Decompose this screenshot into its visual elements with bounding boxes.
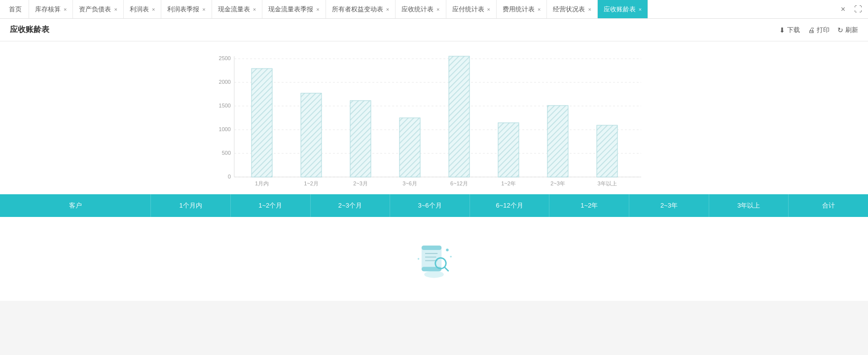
tab-operation[interactable]: 经营状况表 × — [547, 0, 597, 19]
empty-icon — [412, 237, 456, 281]
empty-state — [0, 217, 868, 301]
bar-label-2-3年: 2~3年 — [550, 180, 565, 186]
main-content: 2500 2000 1500 1000 500 0 — [0, 41, 868, 301]
y-label-2500a: 2500 — [219, 55, 231, 61]
tab-expense-label: 费用统计表 — [503, 5, 535, 14]
header-actions: ⬇ 下载 🖨 打印 ↻ 刷新 — [779, 26, 858, 35]
window-controls: × ⛶ — [837, 3, 866, 16]
bar-1-2年 — [498, 123, 519, 177]
bar-1-2月 — [301, 93, 322, 177]
tab-ap-stat-close[interactable]: × — [487, 6, 490, 12]
page-header: 应收账龄表 ⬇ 下载 🖨 打印 ↻ 刷新 — [0, 19, 868, 41]
tab-ar-stat[interactable]: 应收统计表 × — [396, 0, 446, 19]
tab-operation-close[interactable]: × — [588, 6, 591, 12]
bar-label-1-2月: 1~2月 — [304, 180, 319, 186]
tab-ap-stat-label: 应付统计表 — [452, 5, 484, 14]
tab-income-close[interactable]: × — [152, 6, 155, 12]
tab-bar: 首页 库存核算 × 资产负债表 × 利润表 × 利润表季报 × 现金流量表 × … — [0, 0, 868, 19]
print-label: 打印 — [817, 26, 830, 35]
tab-equity-label: 所有者权益变动表 — [332, 5, 383, 14]
tab-expense-close[interactable]: × — [538, 6, 541, 12]
bar-2-3年 — [547, 106, 568, 177]
refresh-button[interactable]: ↻ 刷新 — [837, 26, 858, 35]
tab-inventory-close[interactable]: × — [64, 6, 67, 12]
th-customer: 客户 — [0, 194, 151, 217]
bar-chart-wrapper: 2500 2000 1500 1000 500 0 — [212, 51, 656, 189]
tab-ar-aging-close[interactable]: × — [639, 6, 642, 12]
svg-line-10 — [445, 267, 448, 271]
tab-cashflow-quarterly-label: 现金流量表季报 — [268, 5, 313, 14]
maximize-window-button[interactable]: ⛶ — [850, 3, 866, 16]
tab-expense-stat[interactable]: 费用统计表 × — [497, 0, 547, 19]
tab-equity-close[interactable]: × — [386, 6, 389, 12]
empty-illustration — [412, 237, 456, 281]
bar-3-6月 — [399, 118, 420, 177]
bar-6-12月 — [449, 56, 470, 177]
print-button[interactable]: 🖨 打印 — [808, 26, 830, 35]
bar-label-1-2年: 1~2年 — [501, 180, 516, 186]
tab-income-quarterly-label: 利润表季报 — [167, 5, 199, 14]
download-label: 下载 — [787, 26, 800, 35]
y-label-1500: 1500 — [219, 103, 231, 108]
print-icon: 🖨 — [808, 26, 815, 34]
bar-3年以上 — [597, 125, 617, 177]
tab-inventory[interactable]: 库存核算 × — [29, 0, 73, 19]
th-total: 合计 — [789, 194, 868, 217]
y-label-500: 500 — [222, 150, 231, 156]
tab-cashflow-quarterly-close[interactable]: × — [316, 6, 319, 12]
tab-inventory-label: 库存核算 — [35, 5, 61, 14]
svg-point-13 — [418, 258, 420, 260]
bar-2-3月 — [350, 101, 371, 177]
bar-label-2-3月: 2~3月 — [353, 180, 368, 186]
chart-area: 2500 2000 1500 1000 500 0 — [0, 41, 868, 194]
bar-label-3年以上: 3年以上 — [597, 180, 616, 186]
y-label-0: 0 — [228, 174, 231, 179]
bar-chart-svg: 2500 2000 1500 1000 500 0 — [212, 51, 656, 199]
bar-label-3-6月: 3~6月 — [402, 180, 417, 186]
y-label-1000: 1000 — [219, 126, 231, 132]
tab-ar-aging[interactable]: 应收账龄表 × — [598, 0, 648, 19]
bar-1月内 — [252, 69, 272, 177]
tab-income-quarterly-close[interactable]: × — [202, 6, 205, 12]
tab-cashflow-quarterly[interactable]: 现金流量表季报 × — [262, 0, 326, 19]
tab-ar-stat-close[interactable]: × — [436, 6, 439, 12]
tab-cashflow-label: 现金流量表 — [218, 5, 250, 14]
bar-label-1月内: 1月内 — [255, 180, 269, 186]
tab-balance-close[interactable]: × — [114, 6, 117, 12]
download-button[interactable]: ⬇ 下载 — [779, 26, 800, 35]
tab-ap-stat[interactable]: 应付统计表 × — [446, 0, 497, 19]
tab-ar-aging-label: 应收账龄表 — [604, 5, 636, 14]
tab-balance-label: 资产负债表 — [79, 5, 111, 14]
svg-point-12 — [450, 256, 452, 258]
download-icon: ⬇ — [779, 26, 785, 34]
close-window-button[interactable]: × — [837, 3, 849, 16]
tab-income-quarterly[interactable]: 利润表季报 × — [161, 0, 212, 19]
tab-equity-change[interactable]: 所有者权益变动表 × — [326, 0, 396, 19]
th-3y-plus: 3年以上 — [709, 194, 789, 217]
tab-operation-label: 经营状况表 — [553, 5, 585, 14]
table-section: 客户 1个月内 1~2个月 2~3个月 3~6个月 6~12个月 1~2年 2~… — [0, 194, 868, 301]
tab-cashflow[interactable]: 现金流量表 × — [212, 0, 262, 19]
tab-home-label: 首页 — [9, 5, 22, 14]
tab-income-label: 利润表 — [130, 5, 149, 14]
refresh-icon: ↻ — [837, 26, 843, 34]
svg-point-11 — [446, 248, 448, 251]
tab-balance-sheet[interactable]: 资产负债表 × — [73, 0, 123, 19]
tab-ar-stat-label: 应收统计表 — [401, 5, 434, 14]
page-title: 应收账龄表 — [10, 25, 49, 35]
y-label-2000: 2000 — [219, 79, 231, 85]
refresh-label: 刷新 — [845, 26, 858, 35]
tab-cashflow-close[interactable]: × — [253, 6, 256, 12]
tab-home[interactable]: 首页 — [2, 0, 29, 19]
svg-rect-4 — [422, 246, 442, 250]
svg-point-2 — [424, 271, 444, 278]
tab-income[interactable]: 利润表 × — [124, 0, 161, 19]
bar-label-6-12月: 6~12月 — [450, 180, 468, 186]
